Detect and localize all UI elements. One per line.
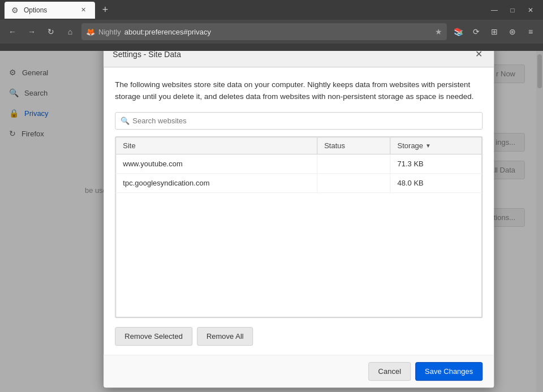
back-button[interactable]: ← [5, 24, 20, 40]
menu-button[interactable]: ≡ [523, 24, 538, 40]
site-data-table: Site Status Storage ▼ [115, 137, 482, 317]
remove-selected-button[interactable]: Remove Selected [115, 327, 192, 346]
dialog-title: Settings - Site Data [113, 51, 181, 59]
page-background: ⚙ General 🔍 Search 🔒 Privacy ↻ Firefox r… [0, 51, 543, 392]
site-cell: tpc.googlesyndication.com [116, 173, 317, 192]
browser-name-label: Nightly [98, 28, 121, 36]
site-data-dialog: Settings - Site Data ✕ The following web… [104, 51, 494, 387]
toolbar-right: 📚 ⟳ ⊞ ⊛ ≡ [450, 24, 538, 40]
remove-all-button[interactable]: Remove All [197, 327, 253, 346]
storage-cell: 71.3 KB [390, 154, 482, 173]
table-row[interactable]: www.youtube.com 71.3 KB [116, 154, 482, 173]
active-tab[interactable]: ⚙ Options ✕ [5, 2, 95, 19]
storage-cell: 48.0 KB [390, 173, 482, 192]
forward-button[interactable]: → [24, 24, 40, 40]
status-column-header: Status [317, 137, 390, 154]
dialog-footer-buttons: Remove Selected Remove All [115, 327, 482, 346]
dialog-header: Settings - Site Data ✕ [104, 51, 494, 67]
dialog-actions: Cancel Save Changes [104, 355, 494, 387]
maximize-button[interactable]: □ [505, 2, 520, 18]
dialog-description: The following websites store site data o… [115, 79, 482, 103]
empty-area [116, 192, 482, 317]
cancel-button[interactable]: Cancel [369, 362, 411, 381]
tab-title: Options [24, 6, 75, 14]
site-column-header: Site [116, 137, 317, 154]
bookmark-star-icon[interactable]: ★ [435, 27, 442, 36]
pocket-button[interactable]: ⊛ [505, 24, 520, 40]
site-data-table-wrapper: Site Status Storage ▼ [115, 136, 482, 318]
window-controls: — □ ✕ [486, 2, 538, 18]
site-cell: www.youtube.com [116, 154, 317, 173]
minimize-button[interactable]: — [486, 2, 502, 18]
table-body: www.youtube.com 71.3 KB tpc.googlesyndic… [116, 154, 482, 317]
reload-button[interactable]: ↻ [43, 24, 59, 40]
library-button[interactable]: 📚 [450, 24, 466, 40]
firefox-icon: 🦊 [86, 28, 95, 36]
close-window-button[interactable]: ✕ [523, 2, 538, 18]
browser-chrome: ⚙ Options ✕ + — □ ✕ ← → ↻ ⌂ 🦊 Nightly ★ … [0, 0, 543, 51]
address-input[interactable] [124, 28, 432, 36]
tab-close-button[interactable]: ✕ [78, 5, 88, 15]
dialog-close-button[interactable]: ✕ [473, 51, 485, 60]
dialog-body: The following websites store site data o… [104, 67, 494, 355]
sync-button[interactable]: ⟳ [468, 24, 484, 40]
status-cell [317, 154, 390, 173]
new-tab-button[interactable]: + [97, 2, 113, 18]
sort-arrow-icon: ▼ [425, 143, 431, 149]
save-changes-button[interactable]: Save Changes [415, 362, 482, 381]
search-websites-input[interactable] [115, 112, 482, 130]
tab-icon: ⚙ [11, 6, 20, 15]
table-row[interactable]: tpc.googlesyndication.com 48.0 KB [116, 173, 482, 192]
tab-bar: ⚙ Options ✕ + — □ ✕ [0, 0, 543, 20]
empty-row [116, 192, 482, 317]
status-cell [317, 173, 390, 192]
storage-column-header[interactable]: Storage ▼ [390, 137, 482, 154]
search-input-icon: 🔍 [120, 117, 130, 125]
apps-button[interactable]: ⊞ [486, 24, 502, 40]
search-container: 🔍 [115, 112, 482, 130]
nav-bar: ← → ↻ ⌂ 🦊 Nightly ★ 📚 ⟳ ⊞ ⊛ ≡ [0, 20, 543, 44]
table-header: Site Status Storage ▼ [116, 137, 482, 154]
home-button[interactable]: ⌂ [62, 24, 78, 40]
address-bar-wrapper: 🦊 Nightly ★ [81, 23, 447, 40]
